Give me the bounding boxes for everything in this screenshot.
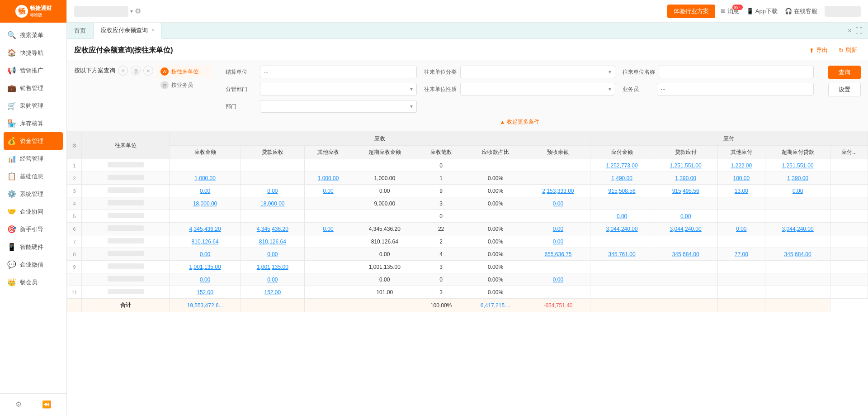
filter-partner-type-chevron: ▾: [609, 69, 611, 75]
cell-link[interactable]: 810,126.64: [192, 239, 219, 245]
window-expand-icon[interactable]: ⛶: [855, 27, 863, 35]
cell-link[interactable]: 1,001,135.00: [189, 264, 221, 270]
sidebar-item-guide[interactable]: 🎯 新手引导: [0, 220, 66, 238]
online-service-btn[interactable]: 🎧 在线客服: [785, 7, 817, 15]
sidebar-item-purchase[interactable]: 🛒 采购管理: [0, 97, 66, 114]
cell-link[interactable]: 1,001,135.00: [257, 264, 288, 270]
cell-link[interactable]: 0.00: [323, 226, 333, 232]
sidebar-item-sales[interactable]: 💼 销售管理: [0, 79, 66, 97]
cell-link[interactable]: 1,390.00: [675, 175, 696, 181]
settings-btn[interactable]: 设置: [828, 83, 861, 96]
cell-link[interactable]: 0.00: [267, 251, 278, 258]
cell-link[interactable]: 0.00: [200, 277, 210, 283]
cell-link[interactable]: 0.00: [680, 213, 691, 219]
sidebar-item-base[interactable]: 📋 基础信息: [0, 167, 66, 185]
cell-link[interactable]: 0.00: [553, 239, 563, 245]
cell-link[interactable]: 915,508.56: [609, 188, 636, 194]
window-close-icon[interactable]: ×: [848, 27, 852, 35]
cell-link[interactable]: 1,251,551.00: [782, 162, 814, 169]
app-download-btn[interactable]: 📱 App下载: [746, 7, 778, 15]
filter-partner-name-input[interactable]: [659, 66, 814, 78]
breadcrumb-chevron[interactable]: ▾: [130, 8, 133, 14]
cell-link[interactable]: 152.00: [197, 289, 213, 296]
message-btn[interactable]: ✉ 消息 99+: [721, 7, 739, 15]
cell-link[interactable]: 4,345,436.20: [257, 226, 288, 232]
filter-collapse-btn[interactable]: «: [143, 66, 153, 76]
sidebar-item-search[interactable]: 🔍 搜索菜单: [0, 26, 66, 44]
cell-link[interactable]: 0.00: [736, 226, 746, 232]
cell-link[interactable]: 3,044,240.00: [606, 226, 638, 232]
refresh-btn[interactable]: ↻ 刷新: [835, 44, 861, 56]
cell-link[interactable]: 0.00: [617, 213, 627, 219]
cell-link[interactable]: 1,252,773.00: [606, 162, 638, 169]
scheme-salesman[interactable]: ◷ 按业务员: [157, 79, 211, 91]
cell-link[interactable]: 77.00: [735, 251, 748, 258]
cell-link[interactable]: 345,684.00: [672, 251, 699, 258]
user-avatar[interactable]: [825, 6, 861, 17]
filter-add-btn[interactable]: +: [118, 66, 128, 76]
cell-link[interactable]: 345,684.00: [784, 251, 811, 258]
sidebar-item-hardware[interactable]: 📱 智能硬件: [0, 238, 66, 256]
cell-link[interactable]: 0.00: [553, 226, 563, 232]
cell-link[interactable]: 655,636.75: [544, 251, 571, 258]
cell-link[interactable]: 152.00: [264, 289, 281, 296]
cell-link[interactable]: 0.00: [323, 188, 333, 194]
sidebar-collapse-icon[interactable]: ⏪: [42, 400, 51, 409]
cell-link[interactable]: 4,345,436.20: [189, 226, 221, 232]
sidebar-item-marketing[interactable]: 📢 营销推广: [0, 62, 66, 79]
filter-dept-input[interactable]: ▾: [260, 83, 417, 95]
cell-link[interactable]: 1,000.00: [194, 175, 216, 181]
query-btn[interactable]: 查询: [828, 66, 861, 79]
sidebar-item-enterprise[interactable]: 🤝 企业协同: [0, 203, 66, 220]
cell-link[interactable]: 1,222.00: [731, 162, 752, 169]
filter-settings-btn[interactable]: ◎: [131, 66, 141, 76]
topbar-right: ✉ 消息 99+ 📱 App下载 🎧 在线客服: [721, 6, 861, 17]
filter-partner-nature-input[interactable]: ▾: [460, 83, 615, 95]
tab-close-icon[interactable]: ×: [151, 28, 154, 33]
sidebar-item-finance[interactable]: 💰 资金管理: [4, 132, 63, 150]
cell-link[interactable]: 1,390.00: [787, 175, 808, 181]
tab-active[interactable]: 应收应付余额查询 ×: [94, 23, 162, 39]
sidebar-icon-sales: 💼: [7, 84, 16, 92]
sidebar-item-wechat[interactable]: 💬 企业微信: [0, 256, 66, 273]
cell-link[interactable]: 0.00: [200, 188, 210, 194]
export-btn[interactable]: ⬆ 导出: [806, 44, 831, 56]
cell-link[interactable]: 0.00: [267, 277, 278, 283]
scheme-partner[interactable]: W 按往来单位: [157, 66, 211, 77]
cell-link[interactable]: 2,153,333.00: [542, 188, 574, 194]
cell-link[interactable]: 1,251,551.00: [670, 162, 702, 169]
cell-link[interactable]: 1,000.00: [318, 175, 339, 181]
cell-link[interactable]: 345,761.00: [609, 251, 636, 258]
cell-link[interactable]: 18,000.00: [260, 200, 284, 207]
cell-link[interactable]: 13.00: [735, 188, 748, 194]
cell-link[interactable]: 3,044,240.00: [782, 226, 814, 232]
sidebar-item-nav[interactable]: 🏠 快捷导航: [0, 44, 66, 62]
filter-settlement-input[interactable]: ···: [260, 66, 417, 78]
cell-link[interactable]: 915,495.56: [672, 188, 699, 194]
sidebar-item-inventory[interactable]: 🏪 库存核算: [0, 114, 66, 132]
export-label: 导出: [816, 46, 828, 54]
cell-link[interactable]: 18,000.00: [193, 200, 217, 207]
cell-link[interactable]: 810,126.64: [259, 239, 286, 245]
row-ap-amount: [590, 197, 654, 210]
cell-link[interactable]: 3,044,240.00: [670, 226, 702, 232]
cell-link[interactable]: 0.00: [553, 277, 563, 283]
trial-btn[interactable]: 体验行业方案: [667, 5, 715, 18]
sidebar-item-vip[interactable]: 👑 畅会员: [0, 273, 66, 291]
sidebar-item-operation[interactable]: 📊 经营管理: [0, 150, 66, 167]
filter-department-input[interactable]: ▾: [260, 100, 417, 113]
topbar-gear-icon[interactable]: ⚙: [135, 7, 141, 15]
cell-link[interactable]: 0.00: [553, 200, 563, 207]
filter-partner-type-input[interactable]: ▾: [460, 66, 615, 78]
sidebar-item-system[interactable]: ⚙️ 系统管理: [0, 185, 66, 203]
cell-link[interactable]: 0.00: [200, 251, 210, 258]
cell-link[interactable]: 1,490.00: [611, 175, 632, 181]
sidebar-settings-icon[interactable]: ⚙: [15, 400, 22, 409]
filter-salesman-input[interactable]: ···: [657, 83, 814, 95]
tab-home[interactable]: 首页: [67, 23, 94, 39]
table-settings-icon[interactable]: ⚙: [72, 143, 77, 149]
filter-collapse-bar[interactable]: ▲ 收起更多条件: [226, 115, 814, 126]
cell-link[interactable]: 0.00: [267, 188, 278, 194]
cell-link[interactable]: 0.00: [793, 188, 803, 194]
cell-link[interactable]: 100.00: [733, 175, 750, 181]
